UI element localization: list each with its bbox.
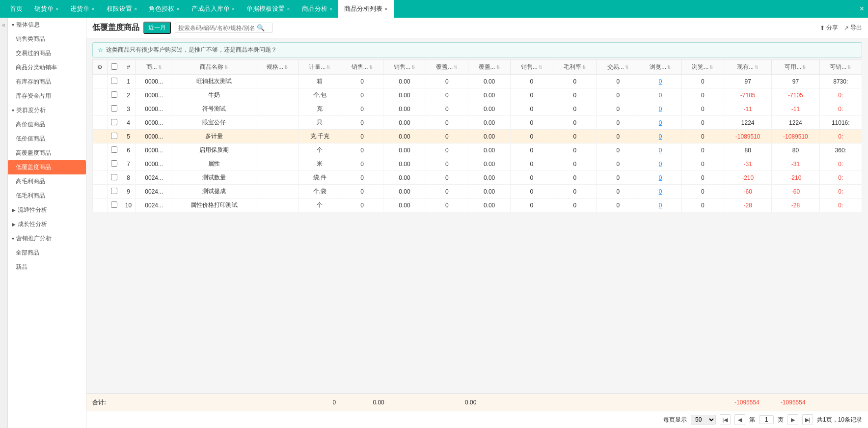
cell-browse1[interactable]: 0 (639, 102, 681, 116)
nav-sales-order[interactable]: 销货单 × (28, 0, 64, 18)
nav-close-product-stock[interactable]: × (232, 6, 235, 12)
page-size-select[interactable]: 50 100 200 (691, 415, 716, 425)
sidebar-section-cluster[interactable]: ▾ 类群度分析 (8, 103, 86, 117)
nav-close-template[interactable]: × (287, 6, 290, 12)
cell-check[interactable] (108, 116, 121, 130)
row-checkbox[interactable] (111, 105, 117, 112)
row-checkbox[interactable] (111, 78, 117, 84)
cell-check[interactable] (108, 75, 121, 88)
col-header-gross-rate[interactable]: 毛利率⇅ (553, 60, 597, 75)
cell-browse1[interactable]: 0 (639, 88, 681, 102)
nav-close-purchase-order[interactable]: × (91, 6, 94, 12)
sidebar-item-low-margin[interactable]: 低毛利商品 (8, 189, 86, 203)
col-header-current[interactable]: 现有...⇅ (724, 60, 772, 75)
row-checkbox[interactable] (111, 146, 117, 153)
nav-product-analysis[interactable]: 商品分析 × (296, 0, 338, 18)
sidebar-section-liquidity[interactable]: ▶ 流通性分析 (8, 203, 86, 217)
nav-close-sales-order[interactable]: × (55, 6, 58, 12)
cell-browse1[interactable]: 0 (639, 185, 681, 199)
select-all-checkbox[interactable] (111, 63, 117, 70)
row-checkbox[interactable] (111, 188, 117, 194)
nav-permission-settings[interactable]: 权限设置 × (101, 0, 143, 18)
cell-browse1[interactable]: 0 (639, 143, 681, 157)
sidebar-collapse-button[interactable]: « (0, 18, 8, 428)
nav-role-auth[interactable]: 角色授权 × (143, 0, 185, 18)
nav-close-product-analysis[interactable]: × (329, 6, 332, 12)
col-header-name[interactable]: 商品名称⇅ (172, 60, 256, 75)
col-header-cover2[interactable]: 覆盖...⇅ (468, 60, 510, 75)
page-number-input[interactable] (759, 415, 774, 424)
nav-home[interactable]: 首页 (4, 0, 28, 18)
sidebar-item-high-value[interactable]: 高价值商品 (8, 117, 86, 132)
cell-browse1[interactable]: 0 (639, 199, 681, 212)
sidebar-section-overall[interactable]: ▾ 整体信息 (8, 18, 86, 32)
row-checkbox[interactable] (111, 174, 117, 180)
row-checkbox[interactable] (111, 160, 117, 167)
sidebar-item-traded-products[interactable]: 交易过的商品 (8, 46, 86, 60)
row-checkbox[interactable] (111, 133, 117, 139)
first-page-button[interactable]: |◀ (720, 414, 731, 425)
cell-browse1[interactable]: 0 (639, 130, 681, 143)
cell-check[interactable] (108, 185, 121, 199)
sidebar-item-stock-capital[interactable]: 库存资金占用 (8, 89, 86, 103)
col-header-sales3[interactable]: 销售...⇅ (511, 60, 553, 75)
nav-close-all-button[interactable]: × (860, 4, 864, 13)
nav-product-stock[interactable]: 产成品入库单 × (186, 0, 241, 18)
sidebar-item-low-value[interactable]: 低价值商品 (8, 132, 86, 146)
col-header-code[interactable]: 商...⇅ (136, 60, 172, 75)
cell-sales-amt: 0.00 (383, 102, 426, 116)
sidebar-item-sales-products[interactable]: 销售类商品 (8, 32, 86, 46)
cell-check[interactable] (108, 130, 121, 143)
prev-page-button[interactable]: ◀ (734, 414, 745, 425)
nav-template-settings[interactable]: 单据模板设置 × (241, 0, 296, 18)
sidebar-item-high-margin[interactable]: 高毛利商品 (8, 174, 86, 189)
col-header-sales-qty[interactable]: 销售...⇅ (341, 60, 383, 75)
row-checkbox[interactable] (111, 91, 117, 98)
cell-check[interactable] (108, 171, 121, 185)
last-page-button[interactable]: ▶| (802, 414, 813, 425)
sidebar-section-growth[interactable]: ▶ 成长性分析 (8, 217, 86, 231)
next-page-button[interactable]: ▶ (787, 414, 798, 425)
sidebar-item-high-coverage[interactable]: 高覆盖度商品 (8, 146, 86, 160)
nav-close-permission[interactable]: × (134, 6, 137, 12)
col-header-available[interactable]: 可用...⇅ (772, 60, 819, 75)
export-button[interactable]: ↗ 导出 (844, 24, 862, 32)
col-header-browse1[interactable]: 浏览...⇅ (639, 60, 681, 75)
search-input[interactable] (178, 25, 257, 31)
cell-check[interactable] (108, 102, 121, 116)
nav-close-product-analysis-list[interactable]: × (384, 6, 387, 12)
col-header-transaction[interactable]: 交易...⇅ (597, 60, 639, 75)
nav-close-role-auth[interactable]: × (176, 6, 179, 12)
cell-check[interactable] (108, 157, 121, 171)
cell-name: 测试数量 (172, 171, 256, 185)
cell-sellable: 0: (819, 171, 862, 185)
col-header-cover1[interactable]: 覆盖...⇅ (426, 60, 468, 75)
row-checkbox[interactable] (111, 119, 117, 125)
cell-browse1[interactable]: 0 (639, 75, 681, 88)
cell-check[interactable] (108, 143, 121, 157)
sidebar-item-stock-products[interactable]: 有库存的商品 (8, 75, 86, 89)
sidebar-item-low-coverage[interactable]: 低覆盖度商品 (8, 160, 86, 174)
cell-check[interactable] (108, 199, 121, 212)
col-header-sellable[interactable]: 可销...⇅ (819, 60, 862, 75)
cell-check[interactable] (108, 88, 121, 102)
nav-purchase-order[interactable]: 进货单 × (64, 0, 100, 18)
col-header-check[interactable] (108, 60, 121, 75)
col-header-spec[interactable]: 规格...⇅ (256, 60, 298, 75)
col-header-unit[interactable]: 计量...⇅ (298, 60, 341, 75)
col-header-browse2[interactable]: 浏览...⇅ (681, 60, 724, 75)
sidebar-item-category-rate[interactable]: 商品分类动销率 (8, 60, 86, 75)
row-checkbox[interactable] (111, 201, 117, 208)
cell-browse1[interactable]: 0 (639, 157, 681, 171)
share-button[interactable]: ⬆ 分享 (820, 24, 838, 32)
sidebar-item-new-products[interactable]: 新品 (8, 260, 86, 274)
nav-product-analysis-list[interactable]: 商品分析列表 × (338, 0, 393, 18)
cell-browse1[interactable]: 0 (639, 116, 681, 130)
cell-browse1[interactable]: 0 (639, 171, 681, 185)
time-filter-button[interactable]: 近一月 (143, 22, 171, 34)
sidebar-item-all-products[interactable]: 全部商品 (8, 246, 86, 260)
search-icon[interactable]: 🔍 (257, 24, 265, 31)
sidebar-section-marketing[interactable]: ▾ 营销推广分析 (8, 231, 86, 246)
col-header-settings[interactable]: ⚙ (93, 60, 108, 75)
col-header-sales-amt[interactable]: 销售...⇅ (383, 60, 426, 75)
